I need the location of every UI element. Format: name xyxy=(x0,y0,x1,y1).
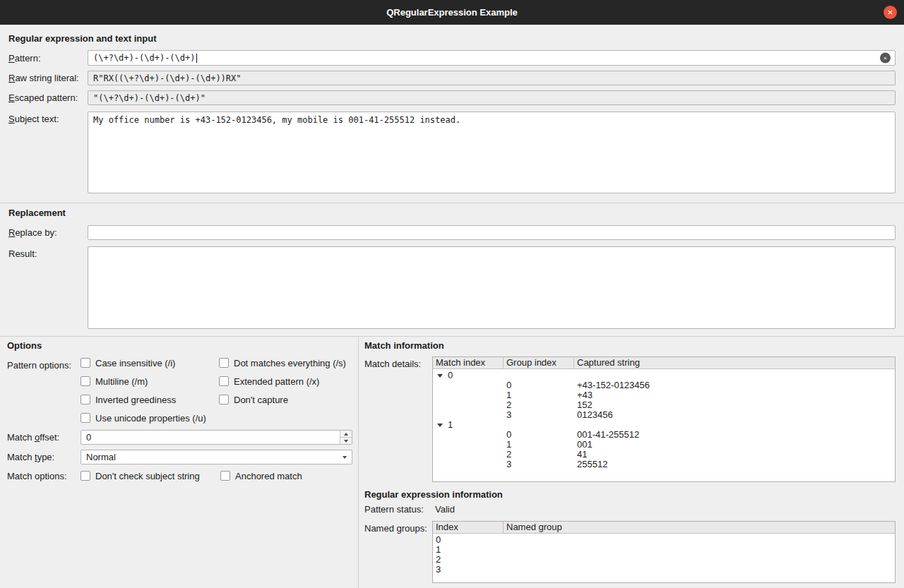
checkbox-box xyxy=(81,358,90,368)
captured-string: 255512 xyxy=(574,460,895,469)
window-title: QRegularExpression Example xyxy=(386,7,518,18)
escaped-pattern-row: Escaped pattern: "(\+?\d+)-(\d+)-(\d+)" xyxy=(8,90,896,105)
captured-string: 152 xyxy=(574,400,895,410)
subject-text-area[interactable]: My office number is +43-152-0123456, my … xyxy=(88,112,896,193)
match-row-1[interactable]: 1 xyxy=(433,420,895,430)
divider xyxy=(0,203,904,203)
arrow-down-icon xyxy=(344,440,348,443)
replace-by-input[interactable] xyxy=(88,225,896,240)
raw-string-field[interactable]: R"RX((\+?\d+)-(\d+)-(\d+))RX" xyxy=(88,71,896,85)
checkbox-dont-check-subject[interactable]: Don't check subject string xyxy=(81,471,220,481)
group-row[interactable]: 30123456 xyxy=(433,410,895,420)
checkbox-dont-capture[interactable]: Don't capture xyxy=(219,395,352,404)
table-header: Index Named group xyxy=(433,522,895,534)
group-row[interactable]: 2152 xyxy=(433,400,895,410)
group-name xyxy=(504,565,895,575)
group-row[interactable]: 3255512 xyxy=(433,460,895,469)
clear-text-button[interactable]: ✕ xyxy=(880,53,891,64)
pattern-row: Pattern: (\+?\d+)-(\d+)-(\d+) ✕ xyxy=(8,50,896,66)
match-offset-label: Match offset: xyxy=(7,432,81,443)
group-row[interactable]: 0+43-152-0123456 xyxy=(433,380,895,390)
subject-row: Subject text: My office number is +43-15… xyxy=(8,112,896,193)
match-details-row: Match details: Match index Group index C… xyxy=(364,356,896,482)
pattern-options-checkboxes: Case insensitive (/i) Dot matches everyt… xyxy=(81,358,352,423)
checkbox-box xyxy=(81,395,90,404)
checkbox-label: Anchored match xyxy=(235,471,302,481)
checkbox-anchored-match[interactable]: Anchored match xyxy=(220,471,352,481)
checkbox-multiline[interactable]: Multiline (/m) xyxy=(81,376,219,386)
group-row[interactable]: 0001-41-255512 xyxy=(433,430,895,440)
group-index: 2 xyxy=(504,400,574,410)
match-index: 1 xyxy=(448,420,453,430)
titlebar[interactable]: QRegularExpression Example ✕ xyxy=(0,0,904,25)
group-index: 0 xyxy=(504,380,574,390)
result-row: Result: xyxy=(8,246,896,329)
match-details-label: Match details: xyxy=(364,356,432,369)
section-heading-regexp-input: Regular expression and text input xyxy=(8,33,896,44)
replace-by-label: Replace by: xyxy=(8,227,88,238)
group-row[interactable]: 241 xyxy=(433,450,895,460)
group-index: 0 xyxy=(504,430,574,440)
group-row[interactable]: 1001 xyxy=(433,440,895,450)
section-heading-options: Options xyxy=(7,340,352,351)
match-offset-value: 0 xyxy=(86,432,91,443)
options-panel: Options Pattern options: Case insensitiv… xyxy=(0,337,358,588)
clear-icon: ✕ xyxy=(884,55,887,61)
match-type-select[interactable]: Normal xyxy=(81,450,352,464)
checkbox-dot-matches-everything[interactable]: Dot matches everything (/s) xyxy=(219,358,352,368)
group-name xyxy=(504,555,895,565)
named-group-row[interactable]: 1 xyxy=(433,545,895,555)
named-group-row[interactable]: 3 xyxy=(433,565,895,575)
captured-string: +43-152-0123456 xyxy=(574,380,895,390)
collapse-arrow-icon[interactable] xyxy=(437,424,443,427)
close-button[interactable]: ✕ xyxy=(884,6,897,19)
group-index: 2 xyxy=(504,450,574,460)
named-group-row[interactable]: 2 xyxy=(433,555,895,565)
match-offset-spinbox[interactable]: 0 xyxy=(81,430,352,445)
spin-down-button[interactable] xyxy=(340,437,352,444)
group-index: 1 xyxy=(504,390,574,400)
spin-up-button[interactable] xyxy=(340,431,352,437)
result-label: Result: xyxy=(8,246,88,259)
checkbox-extended-pattern[interactable]: Extended pattern (/x) xyxy=(219,376,352,386)
pattern-label: Pattern: xyxy=(8,53,88,64)
match-options-checkboxes: Don't check subject string Anchored matc… xyxy=(81,471,352,481)
captured-string: 001-41-255512 xyxy=(574,430,895,440)
match-type-label: Match type: xyxy=(7,452,81,462)
captured-string: +43 xyxy=(574,390,895,400)
checkbox-box xyxy=(81,376,90,386)
group-index: 0 xyxy=(433,535,504,545)
escaped-pattern-label: Escaped pattern: xyxy=(8,92,88,103)
pattern-options-row: Pattern options: Case insensitive (/i) D… xyxy=(7,358,352,423)
checkbox-case-insensitive[interactable]: Case insensitive (/i) xyxy=(81,358,219,368)
pattern-text: (\+?\d+)-(\d+)-(\d+) xyxy=(93,53,196,63)
match-type-row: Match type: Normal xyxy=(7,450,352,464)
checkbox-label: Use unicode properties (/u) xyxy=(95,413,206,424)
match-row-0[interactable]: 0 xyxy=(433,371,895,380)
app-window: QRegularExpression Example ✕ Regular exp… xyxy=(0,0,904,588)
section-heading-replacement: Replacement xyxy=(8,208,896,218)
escaped-pattern-text: "(\+?\d+)-(\d+)-(\d+)" xyxy=(93,93,206,103)
close-icon: ✕ xyxy=(887,9,893,16)
text-caret xyxy=(196,54,197,63)
checkbox-box xyxy=(219,376,229,386)
match-options-row: Match options: Don't check subject strin… xyxy=(7,471,352,481)
named-group-row[interactable]: 0 xyxy=(433,535,895,545)
checkbox-box xyxy=(81,413,90,423)
group-index: 1 xyxy=(433,545,504,555)
table-body: 0 1 2 3 xyxy=(433,534,895,582)
column-index: Index xyxy=(433,522,504,533)
arrow-up-icon xyxy=(344,433,348,436)
group-row[interactable]: 1+43 xyxy=(433,390,895,400)
group-index: 3 xyxy=(504,460,574,469)
checkbox-label: Inverted greediness xyxy=(95,395,176,405)
group-index: 3 xyxy=(504,410,574,420)
checkbox-inverted-greediness[interactable]: Inverted greediness xyxy=(81,395,219,404)
result-text-area[interactable] xyxy=(88,246,896,329)
captured-string: 0123456 xyxy=(574,410,895,420)
pattern-input[interactable]: (\+?\d+)-(\d+)-(\d+) ✕ xyxy=(88,50,896,66)
checkbox-unicode-properties[interactable]: Use unicode properties (/u) xyxy=(81,413,219,423)
escaped-pattern-field[interactable]: "(\+?\d+)-(\d+)-(\d+)" xyxy=(88,90,896,105)
collapse-arrow-icon[interactable] xyxy=(437,374,443,378)
raw-string-text: R"RX((\+?\d+)-(\d+)-(\d+))RX" xyxy=(93,73,242,83)
